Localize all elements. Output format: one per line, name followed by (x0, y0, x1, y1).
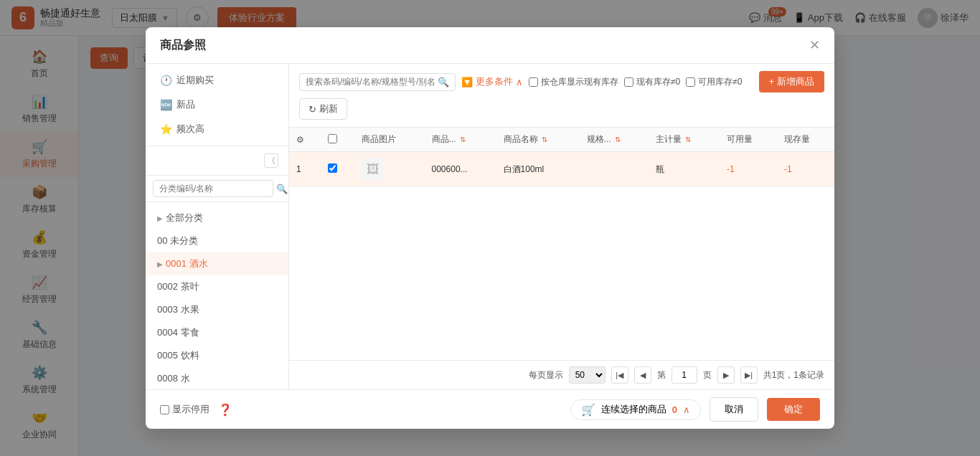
shopping-cart-icon: 🛒 (581, 403, 595, 417)
filter-icon: 🔽 (461, 77, 473, 87)
per-page-select[interactable]: 50 20 100 (569, 366, 606, 384)
cart-count: 0 (672, 404, 677, 415)
refresh-icon: ↻ (308, 104, 316, 115)
last-page-button[interactable]: ▶| (740, 366, 758, 384)
pagination-area: 每页显示 50 20 100 |◀ ◀ 第 页 ▶ ▶| 共1页，1条记录 (289, 360, 834, 389)
select-all-checkbox[interactable] (328, 134, 337, 143)
category-item-tea[interactable]: 0002 茶叶 (146, 275, 288, 298)
category-item-liquor[interactable]: ▶ 0001 酒水 (146, 252, 288, 275)
modal-left-panel: 🕐 近期购买 🆕 新品 ⭐ 频次高 《 (146, 64, 289, 389)
cart-button[interactable]: 🛒 连续选择的商品 0 ∧ (570, 399, 701, 420)
page-label: 第 (657, 369, 666, 381)
modal-close-button[interactable]: ✕ (809, 37, 820, 53)
row-available: -1 (720, 152, 777, 187)
sort-code-icon: ⇅ (460, 136, 466, 143)
product-search-box: 🔍 (299, 73, 456, 91)
checkbox-warehouse-stock[interactable]: 按仓库显示现有库存 (529, 76, 618, 88)
column-available: 可用量 (720, 128, 777, 152)
sort-spec-icon: ⇅ (615, 136, 621, 143)
product-table: ⚙ 商品图片 商品... ⇅ 商品名称 (289, 128, 834, 187)
page-input[interactable] (672, 366, 697, 384)
expand-icon-liquor: ▶ (157, 260, 163, 268)
tab-frequent[interactable]: ⭐ 频次高 (153, 118, 281, 140)
total-records: 共1页，1条记录 (763, 369, 824, 381)
category-item-snack[interactable]: 0004 零食 (146, 321, 288, 344)
checkbox-existing-input[interactable] (624, 77, 633, 87)
row-select-checkbox[interactable] (328, 163, 337, 173)
row-code: 000600... (425, 152, 496, 187)
tab-recent-purchase[interactable]: 🕐 近期购买 (153, 70, 281, 91)
table-header-row: ⚙ 商品图片 商品... ⇅ 商品名称 (289, 128, 834, 152)
star-icon: ⭐ (160, 123, 172, 135)
row-unit: 瓶 (649, 152, 720, 187)
column-name[interactable]: 商品名称 ⇅ (496, 128, 580, 152)
next-page-button[interactable]: ▶ (717, 366, 735, 384)
checkbox-warehouse-input[interactable] (529, 77, 538, 87)
row-image: 🖼 (354, 152, 424, 187)
column-spec[interactable]: 规格... ⇅ (580, 128, 649, 152)
more-filter-button[interactable]: 🔽 更多条件 ∧ (461, 75, 523, 88)
prev-page-button[interactable]: ◀ (634, 366, 651, 384)
modal-header: 商品参照 ✕ (146, 27, 834, 64)
row-checkbox[interactable] (321, 152, 354, 187)
modal-footer: 显示停用 ❓ 🛒 连续选择的商品 0 ∧ 取消 确定 (146, 389, 834, 429)
column-code[interactable]: 商品... ⇅ (425, 128, 496, 152)
modal-body: 🕐 近期购买 🆕 新品 ⭐ 频次高 《 (146, 64, 834, 389)
sort-name-icon: ⇅ (542, 136, 547, 143)
row-name: 白酒100ml (496, 152, 580, 187)
row-spec (580, 152, 649, 187)
per-page-label: 每页显示 (529, 369, 563, 381)
table-row[interactable]: 1 🖼 000600... 白酒100ml 瓶 (289, 152, 834, 187)
checkbox-available-input[interactable] (686, 77, 695, 87)
column-checkbox[interactable] (321, 128, 354, 152)
checkbox-existing-stock[interactable]: 现有库存≠0 (624, 76, 680, 88)
category-item-water[interactable]: 0008 水 (146, 367, 288, 389)
cart-collapse-icon[interactable]: ∧ (683, 404, 690, 415)
left-tabs: 🕐 近期购买 🆕 新品 ⭐ 频次高 (146, 64, 288, 146)
category-item-fruit[interactable]: 0003 水果 (146, 298, 288, 321)
product-table-container: ⚙ 商品图片 商品... ⇅ 商品名称 (289, 128, 834, 360)
confirm-button[interactable]: 确定 (767, 398, 820, 421)
category-list: ▶ 全部分类 00 未分类 ▶ 0001 酒水 0002 茶叶 0003 水果 (146, 202, 288, 389)
category-search-input[interactable] (153, 180, 273, 197)
collapse-panel-button[interactable]: 《 (264, 153, 278, 168)
category-item-all[interactable]: ▶ 全部分类 (146, 206, 288, 229)
column-unit[interactable]: 主计量 ⇅ (649, 128, 720, 152)
column-settings[interactable]: ⚙ (289, 128, 321, 152)
product-reference-modal: 商品参照 ✕ 🕐 近期购买 🆕 新品 ⭐ 频次高 (146, 27, 834, 429)
cart-label: 连续选择的商品 (601, 403, 666, 416)
modal-overlay[interactable]: 商品参照 ✕ 🕐 近期购买 🆕 新品 ⭐ 频次高 (0, 0, 980, 456)
product-image: 🖼 (362, 158, 385, 181)
refresh-table-button[interactable]: ↻ 刷新 (299, 98, 347, 120)
modal-title: 商品参照 (160, 38, 206, 53)
help-icon[interactable]: ❓ (218, 403, 232, 417)
column-image: 商品图片 (354, 128, 424, 152)
first-page-button[interactable]: |◀ (611, 366, 628, 384)
page-suffix: 页 (703, 369, 712, 381)
checkbox-available-stock[interactable]: 可用库存≠0 (686, 76, 742, 88)
expand-icon: ▶ (157, 214, 163, 222)
column-stock: 现存量 (777, 128, 834, 152)
category-search-area: 🔍 (146, 176, 288, 202)
product-search-input[interactable] (306, 77, 435, 87)
clock-icon: 🕐 (160, 75, 172, 86)
category-search-icon[interactable]: 🔍 (276, 184, 288, 194)
product-search-icon[interactable]: 🔍 (438, 77, 449, 87)
category-item-uncategorized[interactable]: 00 未分类 (146, 229, 288, 252)
tab-new-products[interactable]: 🆕 新品 (153, 94, 281, 115)
modal-toolbar: 🔍 🔽 更多条件 ∧ 按仓库显示现有库存 现有库存≠0 (289, 64, 834, 128)
sort-unit-icon: ⇅ (685, 136, 691, 143)
add-product-button[interactable]: + 新增商品 (759, 71, 824, 92)
row-stock: -1 (777, 152, 834, 187)
new-icon: 🆕 (160, 99, 172, 110)
show-disabled-input[interactable] (160, 405, 169, 414)
chevron-up-icon: ∧ (516, 77, 523, 87)
show-disabled-checkbox[interactable]: 显示停用 (160, 403, 209, 416)
modal-right-panel: 🔍 🔽 更多条件 ∧ 按仓库显示现有库存 现有库存≠0 (289, 64, 834, 389)
category-item-beverage[interactable]: 0005 饮料 (146, 344, 288, 367)
row-index: 1 (289, 152, 321, 187)
cancel-button[interactable]: 取消 (710, 397, 758, 422)
